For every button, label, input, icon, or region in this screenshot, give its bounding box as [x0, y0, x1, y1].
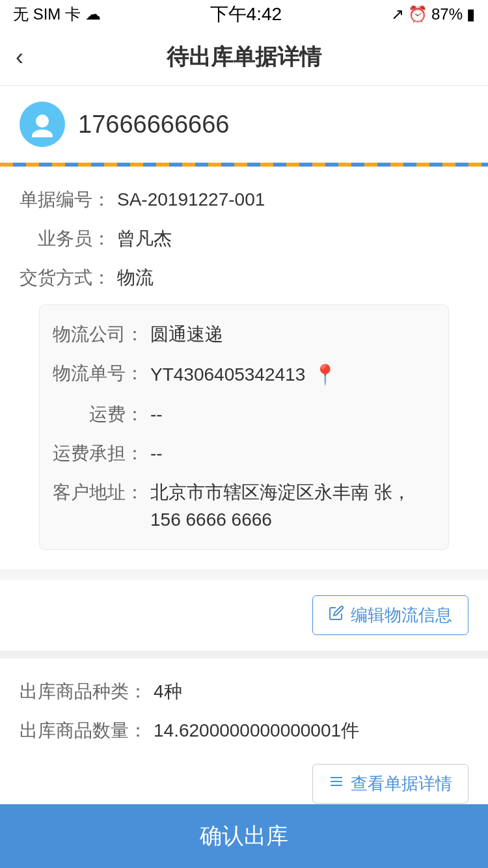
nav-bar: ‹ 待出库单据详情	[0, 29, 488, 86]
goods-quantity-label: 出库商品数量：	[20, 717, 147, 744]
view-details-button[interactable]: 查看单据详情	[312, 764, 468, 804]
address-value: 北京市市辖区海淀区永丰南 张，156 6666 6666	[150, 479, 435, 534]
order-no-label: 单据编号：	[20, 186, 111, 213]
logistics-card: 物流公司： 圆通速递 物流单号： YT43064053424​13 📍 运费： …	[39, 305, 449, 550]
goods-quantity-row: 出库商品数量： 14.62000000000000​01件	[20, 717, 468, 744]
back-button[interactable]: ‹	[16, 44, 23, 71]
freight-label: 运费：	[53, 401, 144, 428]
delivery-label: 交货方式：	[20, 264, 111, 292]
location-pin-icon[interactable]: 📍	[313, 360, 337, 389]
edit-logistics-area: 编辑物流信息	[0, 580, 488, 651]
order-no-row: 单据编号： SA-20191227-001	[20, 186, 468, 213]
view-details-label: 查看单据详情	[351, 772, 452, 795]
user-header: 17666666666	[0, 86, 488, 163]
avatar-icon	[29, 111, 55, 137]
confirm-bar[interactable]: 确认出库	[0, 804, 488, 868]
status-right: ↗ ⏰ 87% ▮	[391, 5, 475, 23]
svg-point-0	[36, 115, 49, 128]
logistics-company-row: 物流公司： 圆通速递	[53, 321, 435, 348]
status-left: 无 SIM 卡 ☁	[13, 4, 101, 25]
salesman-value: 曾凡杰	[117, 225, 468, 252]
svg-point-1	[32, 129, 53, 137]
freight-bear-value: --	[150, 440, 435, 467]
status-time: 下午4:42	[210, 2, 282, 27]
order-info-section: 单据编号： SA-20191227-001 业务员： 曾凡杰 交货方式： 物流 …	[0, 167, 488, 569]
edit-logistics-label: 编辑物流信息	[351, 604, 452, 627]
goods-type-value: 4种	[154, 678, 468, 705]
section-divider	[0, 651, 488, 658]
tracking-no-label: 物流单号：	[53, 360, 144, 387]
goods-quantity-value: 14.62000000000000​01件	[154, 717, 468, 744]
freight-bear-row: 运费承担： --	[53, 440, 435, 467]
delivery-value: 物流	[117, 264, 468, 292]
battery-icon: ▮	[467, 5, 475, 23]
battery-level: 87%	[431, 5, 463, 23]
edit-icon	[329, 605, 344, 625]
user-phone: 17666666666	[78, 111, 229, 139]
tracking-no-value: YT43064053424​13 📍	[150, 360, 435, 389]
delivery-row: 交货方式： 物流	[20, 264, 468, 292]
salesman-label: 业务员：	[20, 225, 111, 252]
logistics-company-value: 圆通速递	[150, 321, 435, 348]
goods-section: 出库商品种类： 4种 出库商品数量： 14.62000000000000​01件	[0, 658, 488, 757]
goods-type-row: 出库商品种类： 4种	[20, 678, 468, 705]
edit-logistics-button[interactable]: 编辑物流信息	[312, 595, 468, 635]
status-bar: 无 SIM 卡 ☁ 下午4:42 ↗ ⏰ 87% ▮	[0, 0, 488, 29]
address-row: 客户地址： 北京市市辖区海淀区永丰南 张，156 6666 6666	[53, 479, 435, 534]
freight-bear-label: 运费承担：	[53, 440, 144, 467]
salesman-row: 业务员： 曾凡杰	[20, 225, 468, 252]
order-no-value: SA-20191227-001	[117, 186, 468, 213]
location-status-icon: ↗	[391, 5, 404, 23]
goods-type-label: 出库商品种类：	[20, 678, 147, 705]
freight-row: 运费： --	[53, 401, 435, 428]
confirm-button-label: 确认出库	[200, 821, 288, 851]
logistics-company-label: 物流公司：	[53, 321, 144, 348]
sim-status: 无 SIM 卡 ☁	[13, 4, 101, 25]
avatar	[20, 102, 65, 147]
list-icon	[329, 774, 344, 794]
tracking-no-row: 物流单号： YT43064053424​13 📍	[53, 360, 435, 389]
address-label: 客户地址：	[53, 479, 144, 506]
alarm-icon: ⏰	[408, 5, 427, 23]
freight-value: --	[150, 401, 435, 428]
page-title: 待出库单据详情	[167, 42, 321, 72]
